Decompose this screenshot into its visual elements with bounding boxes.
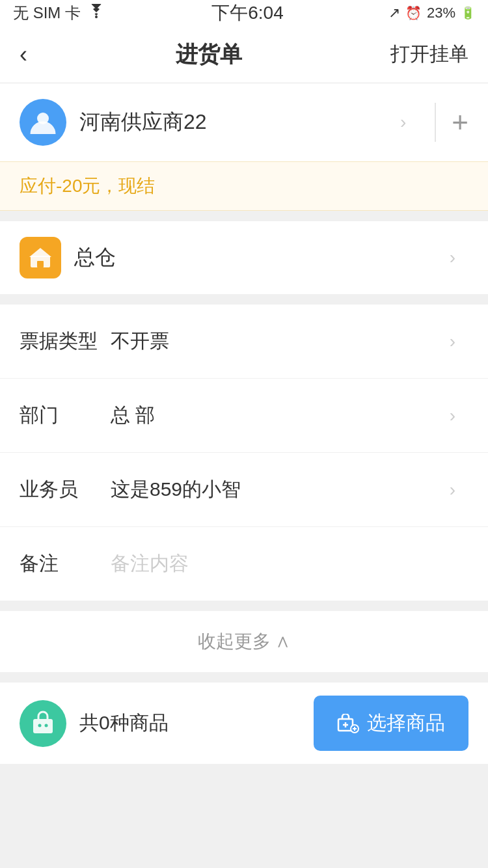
supplier-name: 河南供应商22 [79,108,400,137]
department-row[interactable]: 部门 总 部 › [0,379,488,453]
warehouse-name: 总仓 [74,243,450,272]
form-section: 票据类型 不开票 › 部门 总 部 › 业务员 这是859的小智 › 备注 备注… [0,305,488,601]
status-bar: 无 SIM 卡 下午6:04 ↗ ⏰ 23% 🔋 [0,0,488,26]
product-count-icon [20,700,66,747]
nav-bar: ‹ 进货单 打开挂单 [0,26,488,83]
svg-rect-5 [33,719,53,733]
salesperson-chevron-icon: › [450,480,455,500]
department-value: 总 部 [111,402,450,429]
supplier-chevron-icon: › [400,112,406,133]
back-button[interactable]: ‹ [20,41,27,68]
invoice-type-chevron-icon: › [450,331,455,352]
invoice-type-label: 票据类型 [20,328,111,355]
status-time: 下午6:04 [211,1,284,25]
page-title: 进货单 [176,40,242,70]
battery-icon: 🔋 [461,6,475,20]
salesperson-row[interactable]: 业务员 这是859的小智 › [0,453,488,527]
remark-label: 备注 [20,550,111,577]
warehouse-row[interactable]: 总仓 › [0,221,488,294]
warehouse-section: 总仓 › [0,221,488,294]
location-icon: ↗ [388,5,400,21]
invoice-type-value: 不开票 [111,328,450,355]
svg-point-7 [45,724,48,727]
supplier-avatar [20,99,66,146]
status-carrier: 无 SIM 卡 [13,3,107,23]
divider [435,103,436,142]
warehouse-icon [20,237,61,278]
bottom-bar: 共0种商品 选择商品 [0,683,488,764]
salesperson-value: 这是859的小智 [111,476,450,503]
department-label: 部门 [20,402,111,429]
add-supplier-button[interactable]: + [452,108,468,137]
status-right: ↗ ⏰ 23% 🔋 [388,5,475,21]
svg-point-6 [38,724,42,727]
open-pending-button[interactable]: 打开挂单 [390,41,468,68]
collapse-button[interactable]: 收起更多 ∧ [0,611,488,672]
supplier-row[interactable]: 河南供应商22 › + [0,83,488,161]
supplier-section: 河南供应商22 › + 应付-20元，现结 [0,83,488,211]
battery-label: 23% [427,5,455,21]
notice-banner: 应付-20元，现结 [0,161,488,211]
warehouse-chevron-icon: › [450,247,455,268]
salesperson-label: 业务员 [20,476,111,503]
svg-point-0 [95,16,98,18]
department-chevron-icon: › [450,405,455,426]
invoice-type-row[interactable]: 票据类型 不开票 › [0,305,488,379]
wifi-icon [86,4,107,22]
svg-rect-4 [37,261,44,267]
product-count-label: 共0种商品 [79,710,301,737]
alarm-icon: ⏰ [405,5,422,21]
svg-marker-3 [29,248,51,257]
select-product-button[interactable]: 选择商品 [314,696,468,751]
remark-row[interactable]: 备注 备注内容 [0,527,488,601]
remark-input[interactable]: 备注内容 [111,550,468,577]
